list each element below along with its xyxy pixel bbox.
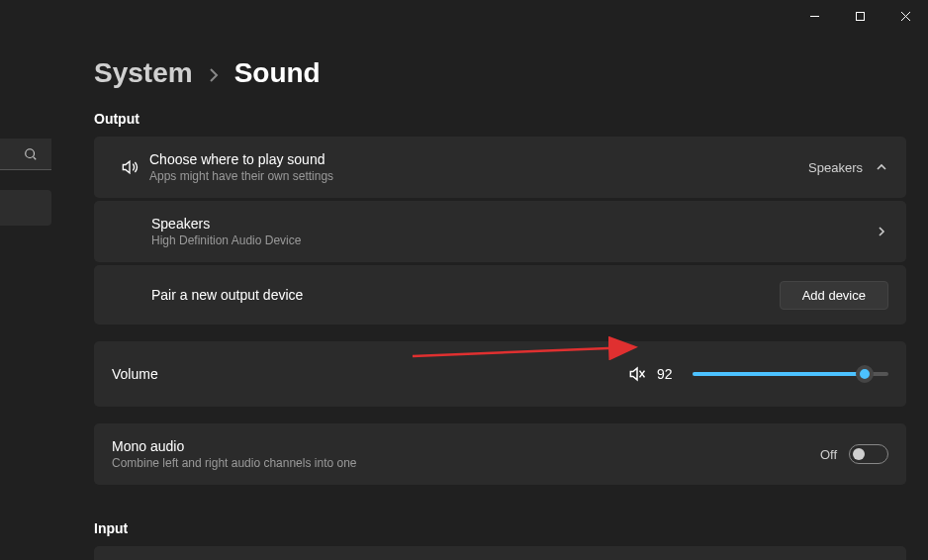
svg-rect-1	[856, 12, 864, 20]
row-title: Mono audio	[112, 438, 820, 454]
sidebar	[0, 139, 51, 226]
add-device-button[interactable]: Add device	[780, 281, 888, 310]
breadcrumb-current: Sound	[234, 57, 321, 89]
input-device-row[interactable]: Choose a device for speaking or recordin…	[94, 546, 906, 560]
output-current-device: Speakers	[808, 160, 863, 175]
volume-slider[interactable]	[693, 372, 888, 376]
mono-state-label: Off	[820, 447, 837, 462]
volume-mute-icon[interactable]	[627, 364, 647, 384]
pair-output-row: Pair a new output device Add device	[94, 265, 906, 325]
window-controls	[791, 0, 928, 32]
volume-label: Volume	[112, 366, 158, 382]
search-input[interactable]	[0, 139, 51, 170]
search-icon	[24, 147, 38, 161]
mono-audio-row: Mono audio Combine left and right audio …	[94, 423, 906, 485]
chevron-right-icon	[209, 57, 219, 89]
sidebar-item-active[interactable]	[0, 190, 51, 226]
breadcrumb-parent[interactable]: System	[94, 57, 193, 89]
svg-line-5	[34, 156, 37, 159]
breadcrumb: System Sound	[94, 57, 906, 89]
maximize-button[interactable]	[837, 0, 882, 32]
row-subtitle: High Definition Audio Device	[151, 233, 875, 247]
volume-value: 92	[657, 366, 683, 382]
row-subtitle: Combine left and right audio channels in…	[112, 456, 820, 470]
svg-point-4	[26, 148, 35, 157]
minimize-button[interactable]	[791, 0, 837, 32]
input-heading: Input	[94, 520, 906, 536]
output-heading: Output	[94, 111, 906, 127]
row-subtitle: Apps might have their own settings	[149, 169, 808, 183]
chevron-up-icon	[875, 160, 888, 174]
row-title: Pair a new output device	[151, 287, 780, 303]
output-destination-row[interactable]: Choose where to play sound Apps might ha…	[94, 137, 906, 198]
output-speakers-row[interactable]: Speakers High Definition Audio Device	[94, 201, 906, 262]
row-title: Speakers	[151, 216, 875, 232]
chevron-right-icon	[875, 225, 888, 238]
row-title: Choose where to play sound	[149, 151, 808, 167]
volume-row: Volume 92	[94, 341, 906, 407]
speaker-icon	[112, 157, 147, 177]
close-button[interactable]	[882, 0, 928, 32]
mono-audio-toggle[interactable]	[849, 444, 888, 464]
